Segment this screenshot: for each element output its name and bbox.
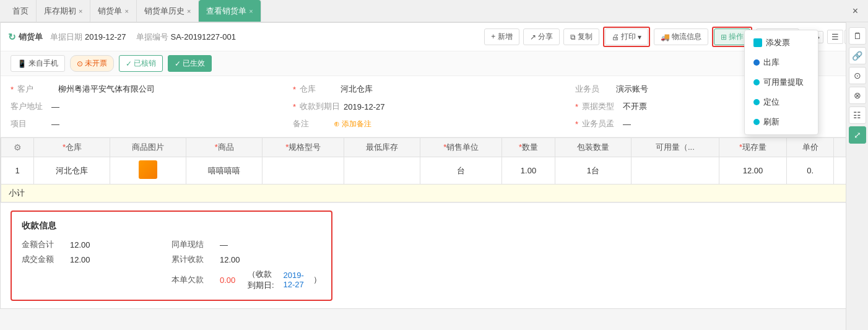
copy-icon: ⧉: [570, 33, 576, 41]
row-product-name[interactable]: 嘻嘻嘻嘻: [186, 157, 263, 185]
doc-date-label: 单据日期: [50, 32, 82, 43]
address-field: 客户地址 —: [11, 101, 293, 112]
row-index: 1: [1, 157, 34, 185]
row-price[interactable]: 0.: [786, 157, 834, 185]
customer-required-star: *: [11, 85, 14, 94]
tab-view-sales[interactable]: 查看销货单 ×: [199, 0, 261, 22]
right-btn-3[interactable]: ⊙: [849, 67, 866, 84]
row-unit: 台: [420, 157, 502, 185]
tab-view-sales-close[interactable]: ×: [249, 7, 253, 15]
payment-grid: 金额合计 12.00 同单现结 — 成交金额 12.00 累计收款 12.00: [22, 239, 321, 291]
toolbar: ↻ 销货单 单据日期 2019-12-27 单据编号 SA-20191227-0…: [1, 23, 867, 51]
memo-field: 备注 ⊕ 添加备注: [293, 118, 575, 129]
row-pkg-qty: 1台: [555, 157, 631, 185]
doc-title-area: ↻ 销货单 单据日期 2019-12-27 单据编号 SA-20191227-0…: [8, 32, 482, 43]
due-date: 2019-12-27: [284, 271, 308, 289]
refresh-item[interactable]: 刷新: [745, 112, 818, 132]
window-close-button[interactable]: ×: [848, 6, 863, 17]
tab-sales[interactable]: 销货单 ×: [90, 0, 136, 22]
status-row: 📱 来自手机 ⊙ 未开票 ✓ 已核销 ✓ 已生效: [1, 51, 867, 76]
not-open-button[interactable]: ⊙ 未开票: [70, 55, 114, 72]
list-view-button[interactable]: ☰: [827, 30, 843, 44]
tab-home[interactable]: 首页: [5, 0, 37, 22]
subtotal-label: 小计: [1, 185, 867, 202]
cumulative-row: 累计收款 12.00: [171, 254, 321, 265]
product-table: ⚙ *仓库 商品图片 *商品 *规格型号 最低库存 *销售单位 *数量 包装数量…: [1, 137, 867, 202]
row-qty[interactable]: 1.00: [502, 157, 555, 185]
subtotal-row: 小计: [1, 185, 867, 202]
add-invoice-label: 添发票: [766, 37, 790, 48]
tab-sales-history-label: 销货单历史: [144, 6, 184, 17]
print-button[interactable]: 🖨 打印 ▾: [605, 28, 648, 45]
col-pkg-qty: 包装数量: [555, 138, 631, 157]
copy-button[interactable]: ⧉ 复制: [563, 28, 599, 45]
print-icon: 🖨: [612, 33, 619, 41]
effective-label: 已生效: [183, 58, 205, 69]
tab-sales-close[interactable]: ×: [124, 7, 128, 15]
tab-inventory[interactable]: 库存期初 ×: [37, 0, 90, 22]
confirm-check[interactable]: ✓ 已核销: [119, 55, 163, 72]
available-qty-item[interactable]: 可用量提取: [745, 72, 818, 92]
logistics-icon: 🚚: [661, 33, 670, 41]
salesperson2-label: 业务员孟: [582, 118, 619, 129]
effective-icon: ✓: [175, 59, 181, 68]
refresh-label: 刷新: [763, 116, 779, 128]
right-btn-expand[interactable]: ⤢: [849, 126, 866, 144]
salesperson-value: 演示账号: [616, 84, 648, 95]
payment-date-value[interactable]: 2019-12-27: [344, 102, 385, 111]
form-area: * 客户 柳州粤港平安气体有限公司 * 仓库 河北仓库 业务员 演示账号 客户地…: [1, 76, 867, 137]
warehouse-field: * 仓库 河北仓库: [293, 84, 575, 95]
add-icon: ⊕: [334, 119, 340, 128]
settings-icon[interactable]: ⚙: [14, 142, 22, 152]
add-invoice-item[interactable]: 添发票: [745, 33, 818, 53]
add-memo-button[interactable]: ⊕ 添加备注: [334, 119, 371, 129]
logistics-button[interactable]: 🚚 物流信息: [654, 28, 708, 45]
payment-box: 收款信息 金额合计 12.00 同单现结 — 成交金额 12.00 累计收款 1…: [11, 211, 332, 301]
table-wrap: ⚙ *仓库 商品图片 *商品 *规格型号 最低库存 *销售单位 *数量 包装数量…: [1, 137, 867, 203]
col-warehouse: *仓库: [34, 138, 110, 157]
right-btn-2[interactable]: 🔗: [849, 47, 866, 64]
current-due-label: 本单欠款: [171, 274, 215, 285]
from-mobile-label: 来自手机: [28, 58, 58, 69]
address-label: 客户地址: [11, 101, 48, 112]
row-spec[interactable]: [263, 157, 344, 185]
tab-sales-history-close[interactable]: ×: [187, 7, 191, 15]
payment-date-star: *: [293, 102, 296, 111]
right-btn-1[interactable]: 🗒: [849, 27, 866, 45]
right-btn-5[interactable]: ☷: [849, 106, 866, 124]
col-min-stock: 最低库存: [344, 138, 420, 157]
col-gear[interactable]: ⚙: [1, 138, 34, 157]
deal-amount-label: 成交金额: [22, 254, 65, 265]
row-current-stock: 12.00: [719, 157, 787, 185]
out-warehouse-item[interactable]: 出库: [745, 53, 818, 72]
doc-meta: 单据日期 2019-12-27 单据编号 SA-20191227-001: [50, 32, 236, 43]
locate-icon: [753, 99, 760, 105]
locate-item[interactable]: 定位: [745, 92, 818, 112]
operations-label: 操作: [729, 32, 744, 42]
doc-type-text: 销货单: [19, 32, 43, 43]
tab-inventory-close[interactable]: ×: [79, 7, 82, 15]
warehouse-label: 仓库: [300, 84, 337, 95]
invoice-type-value[interactable]: 不开票: [623, 101, 647, 112]
warehouse-value[interactable]: 河北仓库: [341, 84, 373, 95]
col-unit: *销售单位: [420, 138, 502, 157]
new-button[interactable]: + 新增: [484, 28, 519, 45]
customer-value[interactable]: 柳州粤港平安气体有限公司: [58, 84, 155, 95]
invoice-type-label: 票据类型: [582, 101, 619, 112]
row-min-stock: [344, 157, 420, 185]
product-thumbnail: [139, 160, 157, 179]
tab-sales-label: 销货单: [98, 6, 122, 17]
total-amount-label: 金额合计: [22, 239, 65, 250]
from-mobile-button[interactable]: 📱 来自手机: [11, 55, 65, 72]
effective-button[interactable]: ✓ 已生效: [168, 55, 212, 72]
right-btn-4[interactable]: ⊗: [849, 87, 866, 104]
address-value: —: [51, 102, 59, 111]
share-button[interactable]: ↗ 分享: [523, 28, 560, 45]
current-due-value: 0.00: [220, 276, 235, 285]
copy-label: 复制: [578, 32, 592, 42]
refresh-icon: [753, 119, 760, 125]
payment-area: 收款信息 金额合计 12.00 同单现结 — 成交金额 12.00 累计收款 1…: [1, 203, 867, 308]
same-order-row: 同单现结 —: [171, 239, 321, 250]
logistics-label: 物流信息: [672, 32, 701, 42]
tab-sales-history[interactable]: 销货单历史 ×: [137, 0, 199, 22]
